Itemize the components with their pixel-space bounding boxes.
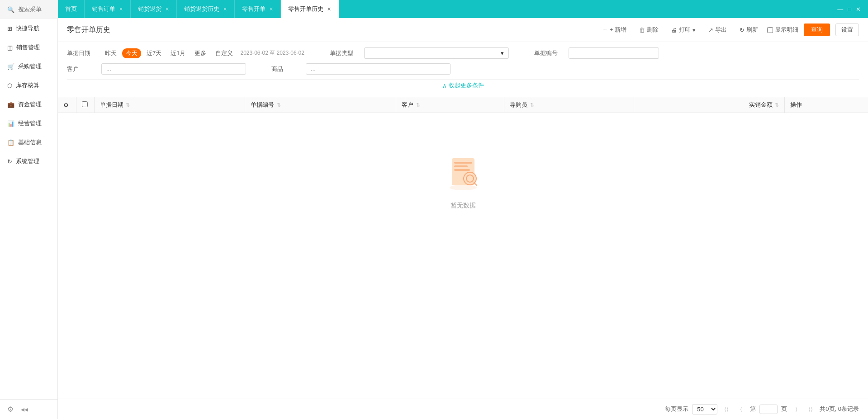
date-option-7days[interactable]: 近7天 (143, 48, 165, 58)
tab-sales-return-history-close[interactable]: ✕ (223, 6, 227, 12)
customer-input[interactable]: ... (101, 63, 246, 75)
sidebar-item-quick-nav[interactable]: ⊞ 快捷导航 (0, 19, 57, 38)
print-button[interactable]: 🖨 打印 ▾ (668, 24, 699, 36)
refresh-button[interactable]: ↻ 刷新 (736, 24, 762, 36)
tab-retail-open-history[interactable]: 零售开单历史 ✕ (281, 0, 339, 18)
doc-type-filter-label: 单据类型 (330, 49, 357, 57)
close-window-icon[interactable]: ✕ (856, 6, 861, 13)
collapse-bar[interactable]: ∧ 收起更多条件 (67, 79, 859, 91)
current-page-input[interactable]: 1 (759, 405, 778, 414)
sidebar-item-finance[interactable]: 💼 资金管理 (0, 95, 57, 114)
add-button[interactable]: ＋ + 新增 (598, 24, 630, 36)
col-date-header[interactable]: 单据日期 ⇅ (94, 97, 245, 113)
sys-mgmt-icon: ↻ (7, 158, 12, 165)
tab-retail-open-close[interactable]: ✕ (269, 6, 273, 12)
prev-page-btn[interactable]: ⟨ (735, 404, 746, 414)
tab-sales-order-close[interactable]: ✕ (119, 6, 123, 12)
col-amount-header[interactable]: 实销金额 ⇅ (634, 97, 785, 113)
date-option-custom[interactable]: 自定义 (212, 48, 237, 58)
first-page-btn[interactable]: ⟨⟨ (721, 404, 732, 414)
export-icon: ↗ (708, 27, 713, 33)
tab-retail-open[interactable]: 零售开单 ✕ (235, 0, 281, 18)
tab-home[interactable]: 首页 (58, 0, 85, 18)
col-settings-header[interactable]: ⚙ (58, 97, 76, 113)
sidebar-item-label: 经营管理 (18, 119, 42, 127)
operations-icon: 📊 (7, 120, 14, 127)
filter-area: 单据日期 昨天 今天 近7天 近1月 更多 自定义 2023-06-02 至 2… (58, 42, 868, 97)
tab-retail-open-label: 零售开单 (242, 5, 266, 13)
show-detail-checkbox[interactable] (767, 27, 773, 33)
toolbar: ＋ + 新增 🗑 删除 🖨 打印 ▾ ↗ 导出 ↻ (598, 24, 859, 36)
select-all-checkbox[interactable] (82, 101, 88, 107)
query-button[interactable]: 查询 (804, 24, 830, 36)
col-customer-sort-icon: ⇅ (416, 102, 420, 108)
tab-sales-return-history-label: 销货退货历史 (184, 5, 219, 13)
col-docno-header[interactable]: 单据编号 ⇅ (245, 97, 396, 113)
doc-type-dropdown-icon: ▾ (501, 50, 504, 56)
sidebar-item-sys-mgmt[interactable]: ↻ 系统管理 (0, 152, 57, 171)
basic-info-icon: 📋 (7, 139, 14, 146)
date-option-1month[interactable]: 近1月 (167, 48, 189, 58)
tab-sales-order-label: 销售订单 (92, 5, 115, 13)
tab-sales-return[interactable]: 销货退货 ✕ (131, 0, 177, 18)
tab-retail-open-history-close[interactable]: ✕ (327, 6, 331, 12)
sidebar-item-inventory[interactable]: ⬡ 库存核算 (0, 76, 57, 95)
total-info: 共0页, 0条记录 (820, 405, 859, 413)
date-options: 昨天 今天 近7天 近1月 更多 自定义 2023-06-02 至 2023-0… (101, 48, 304, 58)
page-label-before: 第 (750, 405, 756, 413)
sidebar-item-sales-mgmt[interactable]: ◫ 销售管理 (0, 38, 57, 57)
export-label: 导出 (715, 26, 727, 34)
svg-point-0 (450, 185, 477, 190)
per-page-select[interactable]: 10 20 50 100 (692, 404, 717, 414)
svg-line-7 (474, 183, 477, 185)
sidebar-search[interactable]: 🔍 搜索采单 (0, 0, 57, 19)
table-container: ⚙ 单据日期 ⇅ 单据编号 ⇅ 客户 (58, 97, 868, 399)
tab-retail-open-history-label: 零售开单历史 (288, 5, 323, 13)
date-option-more[interactable]: 更多 (191, 48, 210, 58)
settings-icon[interactable]: ⚙ (7, 405, 14, 414)
date-option-yesterday[interactable]: 昨天 (101, 48, 120, 58)
date-filter-label: 单据日期 (67, 49, 94, 57)
collapse-sidebar-icon[interactable]: ◂◂ (21, 405, 28, 414)
tab-bar: 首页 销售订单 ✕ 销货退货 ✕ 销货退货历史 ✕ 零售开单 ✕ 零售开单历史 … (58, 0, 868, 18)
sidebar-item-label: 采购管理 (18, 62, 42, 71)
doc-no-input[interactable] (569, 47, 659, 59)
next-page-btn[interactable]: ⟩ (791, 404, 802, 414)
col-action-header: 操作 (785, 97, 868, 113)
col-customer-header[interactable]: 客户 ⇅ (396, 97, 504, 113)
date-option-today[interactable]: 今天 (122, 48, 141, 58)
tab-sales-order[interactable]: 销售订单 ✕ (85, 0, 131, 18)
filter-row-1: 单据日期 昨天 今天 近7天 近1月 更多 自定义 2023-06-02 至 2… (67, 47, 859, 59)
col-date-sort-icon: ⇅ (126, 102, 130, 108)
sidebar-item-basic-info[interactable]: 📋 基础信息 (0, 133, 57, 152)
doc-no-filter-label: 单据编号 (534, 49, 561, 57)
export-button[interactable]: ↗ 导出 (705, 24, 730, 36)
doc-type-select[interactable]: ▾ (364, 47, 509, 59)
main-area: 首页 销售订单 ✕ 销货退货 ✕ 销货退货历史 ✕ 零售开单 ✕ 零售开单历史 … (58, 0, 868, 419)
sidebar-item-label: 资金管理 (18, 100, 42, 108)
goods-input[interactable]: ... (306, 63, 451, 75)
customer-filter-label: 客户 (67, 65, 94, 73)
goods-filter-label: 商品 (271, 65, 299, 73)
last-page-btn[interactable]: ⟩⟩ (805, 404, 816, 414)
data-table: ⚙ 单据日期 ⇅ 单据编号 ⇅ 客户 (58, 97, 868, 113)
svg-rect-4 (454, 169, 470, 171)
delete-button[interactable]: 🗑 删除 (636, 24, 662, 36)
maximize-window-icon[interactable]: □ (848, 6, 851, 13)
minimize-window-icon[interactable]: — (837, 6, 843, 13)
tab-sales-return-close[interactable]: ✕ (165, 6, 169, 12)
date-range-text: 2023-06-02 至 2023-06-02 (240, 49, 304, 57)
col-guide-header[interactable]: 导购员 ⇅ (504, 97, 634, 113)
finance-icon: 💼 (7, 101, 14, 108)
empty-illustration (441, 149, 486, 194)
sidebar-item-label: 库存核算 (16, 81, 39, 89)
sidebar-item-purchase-mgmt[interactable]: 🛒 采购管理 (0, 57, 57, 76)
tab-sales-return-history[interactable]: 销货退货历史 ✕ (177, 0, 235, 18)
tab-sales-return-label: 销货退货 (138, 5, 161, 13)
sidebar-item-operations[interactable]: 📊 经营管理 (0, 114, 57, 133)
col-docno-sort-icon: ⇅ (277, 102, 281, 108)
show-detail-checkbox-label[interactable]: 显示明细 (767, 26, 798, 34)
settings-button[interactable]: 设置 (835, 24, 859, 36)
sidebar: 🔍 搜索采单 ⊞ 快捷导航 ◫ 销售管理 🛒 采购管理 ⬡ 库存核算 💼 资金管… (0, 0, 58, 419)
sidebar-search-label: 搜索采单 (18, 5, 42, 14)
